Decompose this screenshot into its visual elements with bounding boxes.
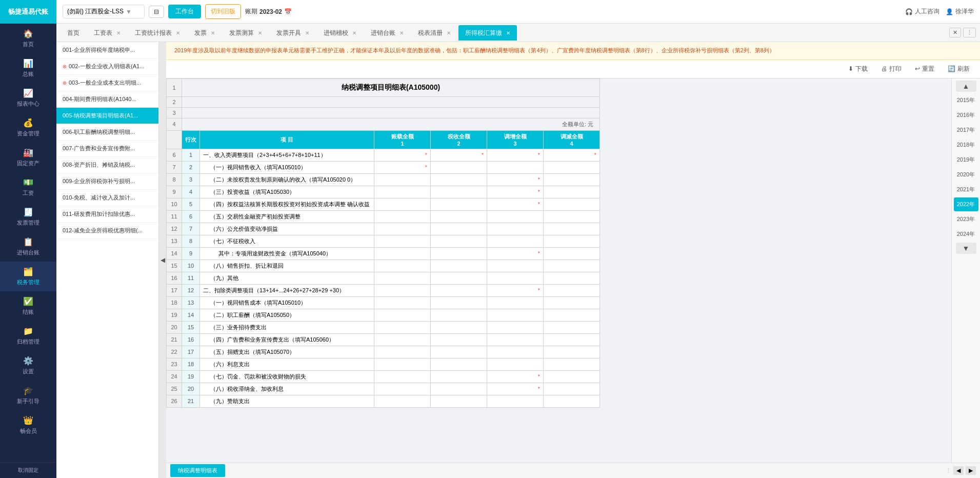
data-cell-col2[interactable] (431, 198, 487, 210)
copy-btn[interactable]: ⊟ (149, 6, 164, 18)
data-cell-col4[interactable] (544, 370, 600, 383)
data-cell-col1[interactable] (374, 309, 431, 321)
data-cell-col3[interactable]: * (487, 173, 544, 186)
tab-salary-stat-close[interactable]: ✕ (176, 30, 180, 36)
left-item-005[interactable]: 005-纳税调整项目明细表(A1... (56, 108, 158, 124)
data-cell-col1[interactable] (374, 173, 431, 186)
data-cell-col2[interactable] (431, 260, 487, 272)
scroll-right-btn[interactable]: ▶ (966, 466, 976, 475)
data-cell-col4[interactable]: * (544, 149, 600, 161)
tab-invoice-input-close[interactable]: ✕ (352, 30, 356, 36)
bottom-tab-adjust[interactable]: 纳税调整明细表 (170, 464, 225, 477)
sidebar-item-ledger[interactable]: 📊 总账 (0, 53, 56, 83)
left-item-006[interactable]: 006-职工薪酬纳税调整明细... (56, 124, 158, 141)
data-cell-col4[interactable] (544, 333, 600, 346)
sidebar-item-home[interactable]: 🏠 首页 (0, 24, 56, 53)
sidebar-item-vip[interactable]: 👑 畅会员 (0, 410, 56, 440)
data-cell-col4[interactable] (544, 321, 600, 333)
data-cell-col2[interactable] (431, 284, 487, 296)
service-btn[interactable]: 🎧 人工咨询 (905, 7, 939, 16)
data-cell-col4[interactable] (544, 309, 600, 321)
data-cell-col3[interactable] (487, 235, 544, 247)
left-item-010[interactable]: 010-免税、减计收入及加计... (56, 190, 158, 206)
data-cell-col1[interactable] (374, 247, 431, 260)
data-cell-col3[interactable] (487, 161, 544, 173)
data-cell-col4[interactable] (544, 223, 600, 235)
data-cell-col3[interactable] (487, 260, 544, 272)
data-cell-col1[interactable] (374, 346, 431, 358)
data-cell-col2[interactable] (431, 346, 487, 358)
data-cell-col2[interactable] (431, 173, 487, 186)
tab-invoice-calc-close[interactable]: ✕ (258, 30, 262, 36)
year-up-btn[interactable]: ▲ (956, 81, 976, 92)
data-cell-col1[interactable] (374, 321, 431, 333)
left-item-001[interactable]: 001-企业所得税年度纳税申... (56, 42, 158, 58)
year-2021[interactable]: 2021年 (954, 183, 978, 196)
tab-invoice-open-close[interactable]: ✕ (305, 30, 309, 36)
data-cell-col4[interactable] (544, 395, 600, 407)
tab-salary-close[interactable]: ✕ (116, 30, 121, 36)
data-cell-col3[interactable] (487, 358, 544, 370)
data-cell-col4[interactable] (544, 346, 600, 358)
data-cell-col1[interactable] (374, 370, 431, 383)
data-cell-col3[interactable]: * (487, 284, 544, 296)
sidebar-item-archive[interactable]: 📁 归档管理 (0, 321, 56, 351)
left-item-002[interactable]: ⊗ 002-一般企业收入明细表(A1... (56, 58, 158, 75)
data-cell-col1[interactable] (374, 333, 431, 346)
data-cell-col2[interactable] (431, 247, 487, 260)
download-btn[interactable]: ⬇ 下载 (844, 63, 872, 75)
data-cell-col2[interactable] (431, 358, 487, 370)
data-cell-col1[interactable] (374, 395, 431, 407)
sheet-scroll[interactable]: 1 纳税调整项目明细表(A105000) 2 3 (166, 78, 951, 463)
sidebar-item-settings[interactable]: ⚙️ 设置 (0, 351, 56, 381)
collapse-panel-btn[interactable]: ◀ (159, 42, 166, 478)
data-cell-col4[interactable] (544, 210, 600, 223)
data-cell-col3[interactable]: * (487, 186, 544, 198)
data-cell-col3[interactable] (487, 210, 544, 223)
data-cell-col2[interactable] (431, 395, 487, 407)
tab-invoice[interactable]: 发票 ✕ (188, 25, 222, 41)
year-2024[interactable]: 2024年 (954, 227, 978, 241)
data-cell-col3[interactable]: * (487, 383, 544, 395)
close-all-btn[interactable]: ✕ (949, 28, 961, 37)
data-cell-col2[interactable]: * (431, 149, 487, 161)
year-2015[interactable]: 2015年 (954, 93, 978, 107)
user-info[interactable]: 👤 徐泽华 (946, 7, 974, 16)
left-item-012[interactable]: 012-减免企业所得税优惠明细(... (56, 223, 158, 239)
sidebar-item-report[interactable]: 📈 报表中心 (0, 83, 56, 113)
refresh-btn[interactable]: 🔄 刷新 (944, 63, 974, 75)
left-item-007[interactable]: 007-广告费和业务宣传费附... (56, 141, 158, 157)
left-item-009[interactable]: 009-企业所得税弥补亏损明... (56, 173, 158, 190)
scroll-left-btn[interactable]: ◀ (953, 466, 964, 475)
old-version-btn[interactable]: 切到旧版 (205, 4, 241, 19)
left-item-011[interactable]: 011-研发费用加计扣除优惠... (56, 206, 158, 223)
data-cell-col4[interactable] (544, 198, 600, 210)
data-cell-col1[interactable] (374, 260, 431, 272)
data-cell-col2[interactable] (431, 370, 487, 383)
data-cell-col3[interactable]: * (487, 247, 544, 260)
data-cell-col1[interactable] (374, 235, 431, 247)
data-cell-col1[interactable] (374, 284, 431, 296)
data-cell-col3[interactable] (487, 321, 544, 333)
sidebar-item-tax-mgmt[interactable]: 🗂️ 税务管理 (0, 262, 56, 291)
data-cell-col2[interactable] (431, 383, 487, 395)
sidebar-item-guide[interactable]: 🎓 新手引导 (0, 381, 56, 410)
year-2019[interactable]: 2019年 (954, 153, 978, 167)
left-item-008[interactable]: 008-资产折旧、摊销及纳税... (56, 157, 158, 173)
company-selector[interactable]: (勿副) 江西股金-LSS ▼ (63, 5, 145, 18)
data-cell-col2[interactable] (431, 272, 487, 284)
tab-invoice-input[interactable]: 进销稽校 ✕ (317, 25, 363, 41)
data-cell-col4[interactable] (544, 161, 600, 173)
data-cell-col4[interactable] (544, 272, 600, 284)
year-down-btn[interactable]: ▼ (956, 243, 976, 254)
data-cell-col4[interactable] (544, 296, 600, 309)
data-cell-col4[interactable] (544, 284, 600, 296)
data-cell-col2[interactable] (431, 235, 487, 247)
data-cell-col1[interactable] (374, 272, 431, 284)
data-cell-col1[interactable] (374, 198, 431, 210)
data-cell-col1[interactable] (374, 296, 431, 309)
data-cell-col3[interactable] (487, 346, 544, 358)
tab-invoice-open[interactable]: 发票开具 ✕ (270, 25, 316, 41)
data-cell-col4[interactable] (544, 247, 600, 260)
left-item-003[interactable]: ⊗ 003-一般企业成本支出明细... (56, 75, 158, 91)
